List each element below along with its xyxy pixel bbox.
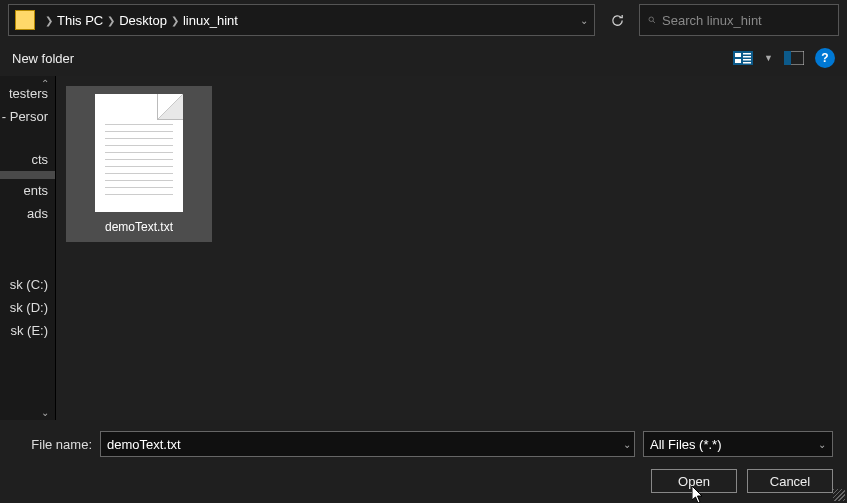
svg-rect-5 xyxy=(743,53,751,55)
sidebar-item-selected[interactable] xyxy=(0,171,56,179)
sidebar-item[interactable]: sk (C:) xyxy=(0,273,56,296)
svg-rect-8 xyxy=(743,62,751,64)
svg-point-0 xyxy=(649,17,654,22)
search-box[interactable] xyxy=(639,4,839,36)
cancel-button[interactable]: Cancel xyxy=(747,469,833,493)
breadcrumb-thispc[interactable]: This PC xyxy=(57,13,103,28)
refresh-button[interactable] xyxy=(603,6,631,34)
svg-rect-4 xyxy=(735,59,741,63)
chevron-right-icon: ❯ xyxy=(171,15,179,26)
file-item[interactable]: demoText.txt xyxy=(66,86,212,242)
sidebar-item[interactable]: cts xyxy=(0,148,56,171)
file-type-filter[interactable]: All Files (*.*) ⌄ xyxy=(643,431,833,457)
sidebar-item[interactable]: sk (E:) xyxy=(0,319,56,342)
file-thumbnail-icon xyxy=(95,94,183,212)
sidebar-item[interactable]: - Persor xyxy=(0,105,56,128)
chevron-down-icon: ⌄ xyxy=(818,439,826,450)
scroll-up-icon[interactable]: ⌃ xyxy=(41,78,49,89)
sidebar-item[interactable]: ads xyxy=(0,202,56,225)
sidebar-item[interactable]: ents xyxy=(0,179,56,202)
breadcrumb-desktop[interactable]: Desktop xyxy=(119,13,167,28)
new-folder-button[interactable]: New folder xyxy=(12,51,74,66)
filename-history-dropdown[interactable]: ⌄ xyxy=(623,439,631,450)
filename-input[interactable] xyxy=(100,431,635,457)
scroll-down-icon[interactable]: ⌄ xyxy=(41,407,49,418)
help-button[interactable]: ? xyxy=(815,48,835,68)
breadcrumb-folder[interactable]: linux_hint xyxy=(183,13,238,28)
svg-rect-6 xyxy=(743,56,751,58)
svg-line-1 xyxy=(653,21,655,23)
resize-grip[interactable] xyxy=(833,489,845,501)
filename-label: File name: xyxy=(14,437,92,452)
folder-icon xyxy=(15,10,35,30)
view-dropdown-icon[interactable]: ▼ xyxy=(764,53,773,63)
svg-rect-3 xyxy=(735,53,741,57)
search-input[interactable] xyxy=(662,13,830,28)
sidebar-item[interactable]: sk (D:) xyxy=(0,296,56,319)
file-name-label: demoText.txt xyxy=(105,220,173,234)
search-icon xyxy=(648,13,656,27)
filter-label: All Files (*.*) xyxy=(650,437,722,452)
file-list-area[interactable]: demoText.txt xyxy=(56,76,847,420)
chevron-right-icon: ❯ xyxy=(107,15,115,26)
chevron-right-icon: ❯ xyxy=(45,15,53,26)
view-mode-button[interactable] xyxy=(732,49,754,67)
address-bar[interactable]: ❯ This PC ❯ Desktop ❯ linux_hint ⌄ xyxy=(8,4,595,36)
open-button[interactable]: Open xyxy=(651,469,737,493)
address-history-dropdown[interactable]: ⌄ xyxy=(580,15,588,26)
svg-rect-10 xyxy=(784,51,791,65)
preview-pane-button[interactable] xyxy=(783,49,805,67)
navigation-tree[interactable]: ⌃ testers - Persor cts ents ads sk (C:) … xyxy=(0,76,56,420)
svg-rect-7 xyxy=(743,59,751,61)
